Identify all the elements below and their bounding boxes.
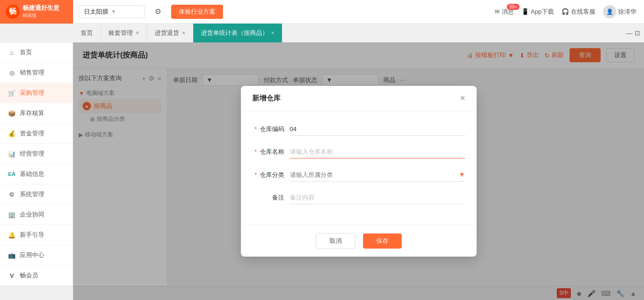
tab-purchase-return-close[interactable]: × [182, 30, 185, 36]
sidebar-guide-label: 新手引导 [20, 231, 44, 239]
save-button[interactable]: 保存 [363, 233, 402, 249]
sales-icon: ◎ [8, 68, 16, 77]
user-menu[interactable]: 👤 徐泽华 [603, 5, 636, 18]
sidebar-sales-label: 销售管理 [20, 68, 44, 77]
tab-prev-btn[interactable]: — [626, 29, 633, 37]
main-layout: ⌂ 首页 ◎ 销售管理 🛒 采购管理 📦 库存核算 💰 资金管理 📊 经营管理 … [0, 42, 644, 300]
avatar: 👤 [603, 5, 616, 18]
form-row-name: 仓库名称 [252, 145, 465, 158]
modal-close-button[interactable]: × [460, 93, 465, 103]
category-select[interactable]: ▼ [290, 168, 465, 182]
category-arrow-icon: ▼ [459, 171, 465, 178]
mobile-icon: 📱 [521, 8, 529, 15]
home-icon: ⌂ [8, 48, 16, 57]
sidebar-item-sales[interactable]: ◎ 销售管理 [0, 63, 73, 83]
basic-icon: EA [8, 170, 16, 178]
message-badge: 99+ [507, 4, 520, 10]
tab-purchase-stat-label: 进货单统计表（按商品） [201, 29, 268, 37]
username: 徐泽华 [618, 8, 636, 16]
modal-header: 新增仓库 × [241, 86, 477, 111]
sidebar: ⌂ 首页 ◎ 销售管理 🛒 采购管理 📦 库存核算 💰 资金管理 📊 经营管理 … [0, 42, 73, 300]
tab-purchase-return[interactable]: 进货退货 × [147, 24, 193, 42]
logo-area: 畅 畅捷通好生意 精易版 [0, 0, 73, 24]
tab-account-label: 账套管理 [108, 29, 133, 37]
cancel-button[interactable]: 取消 [316, 233, 355, 249]
purchase-icon: 🛒 [8, 89, 16, 97]
modal-new-warehouse: 新增仓库 × 仓库编码 仓库名称 [241, 86, 477, 257]
sidebar-vip-label: 畅会员 [20, 271, 38, 280]
name-label: 仓库名称 [252, 148, 290, 156]
remark-input[interactable] [290, 191, 465, 204]
gear-button[interactable]: ⚙ [150, 4, 165, 19]
gear-icon: ⚙ [155, 7, 161, 16]
tab-bar: 首页 账套管理 × 进货退货 × 进货单统计表（按商品） × — ⊡ [0, 24, 644, 42]
sidebar-system-label: 系统管理 [20, 190, 44, 199]
top-right-area: ✉ 消息 99+ 📱 App下载 🎧 在线客服 👤 徐泽华 [495, 5, 636, 18]
modal-footer: 取消 保存 [241, 225, 477, 257]
modal-overlay: 新增仓库 × 仓库编码 仓库名称 [73, 42, 644, 300]
tab-purchase-return-label: 进货退货 [155, 29, 179, 37]
sidebar-item-basic[interactable]: EA 基础信息 [0, 164, 73, 184]
form-row-category: 仓库分类 ▼ [252, 168, 465, 182]
message-icon: ✉ [495, 8, 500, 15]
modal-title: 新增仓库 [252, 94, 281, 103]
sidebar-item-finance[interactable]: 💰 资金管理 [0, 124, 73, 144]
sidebar-basic-label: 基础信息 [20, 170, 44, 178]
sidebar-item-enterprise[interactable]: 🏢 企业协同 [0, 205, 73, 225]
message-button[interactable]: ✉ 消息 99+ [495, 8, 514, 16]
remark-label: 备注 [252, 193, 290, 202]
operation-icon: 📊 [8, 150, 16, 158]
sidebar-item-vip[interactable]: V 畅会员 [0, 266, 73, 286]
sidebar-item-system[interactable]: ⚙ 系统管理 [0, 184, 73, 205]
code-label: 仓库编码 [252, 125, 290, 133]
tab-account[interactable]: 账套管理 × [101, 24, 147, 42]
store-name: 日太阳膜 [84, 8, 108, 16]
sidebar-purchase-label: 采购管理 [20, 89, 44, 97]
form-row-code: 仓库编码 [252, 123, 465, 136]
category-input[interactable] [290, 171, 459, 178]
guide-icon: 🔔 [8, 231, 16, 239]
headset-icon: 🎧 [561, 8, 569, 15]
apps-icon: 📺 [8, 251, 16, 259]
app-download-button[interactable]: 📱 App下载 [521, 8, 554, 16]
tab-expand-btn[interactable]: ⊡ [635, 29, 640, 37]
store-arrow-icon: ▼ [111, 9, 116, 14]
code-input[interactable] [290, 123, 465, 136]
system-icon: ⚙ [8, 190, 16, 199]
tab-home[interactable]: 首页 [73, 24, 101, 42]
enterprise-icon: 🏢 [8, 210, 16, 219]
name-input[interactable] [290, 145, 465, 158]
finance-icon: 💰 [8, 129, 16, 138]
content-area: 进货单统计(按商品) 🖨 按模板打印 ▼ ⬇ 导出 ↻ 刷新 查询 设置 [73, 42, 644, 300]
sidebar-finance-label: 资金管理 [20, 129, 44, 138]
sidebar-item-operation[interactable]: 📊 经营管理 [0, 144, 73, 164]
sidebar-operation-label: 经营管理 [20, 150, 44, 158]
tab-purchase-stat[interactable]: 进货单统计表（按商品） × [193, 24, 282, 42]
sidebar-enterprise-label: 企业协同 [20, 210, 44, 219]
sidebar-item-apps[interactable]: 📺 应用中心 [0, 245, 73, 266]
logo-title: 畅捷通好生意 [23, 4, 59, 12]
sidebar-apps-label: 应用中心 [20, 251, 44, 259]
form-row-remark: 备注 [252, 191, 465, 204]
sidebar-item-home[interactable]: ⌂ 首页 [0, 42, 73, 63]
sidebar-item-purchase[interactable]: 🛒 采购管理 [0, 83, 73, 103]
online-service-button[interactable]: 🎧 在线客服 [561, 8, 595, 16]
tab-home-label: 首页 [81, 29, 93, 37]
online-service-label: 在线客服 [571, 8, 595, 16]
app-download-label: App下载 [531, 8, 554, 16]
top-bar: 畅 畅捷通好生意 精易版 日太阳膜 ▼ ⚙ 体验行业方案 ✉ 消息 99+ 📱 … [0, 0, 644, 24]
tab-purchase-stat-close[interactable]: × [271, 30, 274, 36]
vip-icon: V [8, 271, 16, 280]
sidebar-inventory-label: 库存核算 [20, 109, 44, 117]
sidebar-item-guide[interactable]: 🔔 新手引导 [0, 225, 73, 245]
modal-body: 仓库编码 仓库名称 仓库分类 [241, 111, 477, 225]
tab-controls: — ⊡ [626, 29, 644, 37]
category-label: 仓库分类 [252, 171, 290, 179]
sidebar-home-label: 首页 [20, 48, 32, 57]
inventory-icon: 📦 [8, 109, 16, 117]
sidebar-item-inventory[interactable]: 📦 库存核算 [0, 103, 73, 124]
tab-account-close[interactable]: × [136, 30, 139, 36]
logo-icon: 畅 [6, 5, 20, 19]
trial-button[interactable]: 体验行业方案 [171, 5, 223, 19]
store-selector[interactable]: 日太阳膜 ▼ [79, 5, 145, 18]
